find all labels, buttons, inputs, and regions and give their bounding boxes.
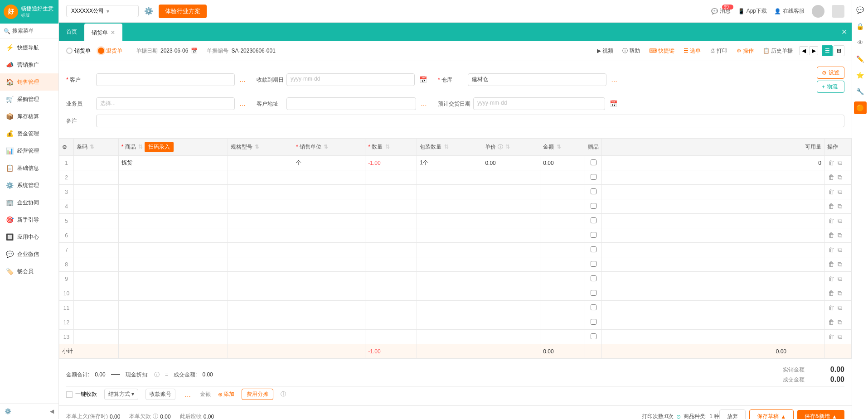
- copy-icon[interactable]: ⧉: [837, 159, 843, 166]
- cell-unit[interactable]: [293, 330, 365, 344]
- cell-barcode[interactable]: [74, 228, 119, 243]
- cell-packqty[interactable]: [417, 185, 482, 199]
- cell-packqty[interactable]: [417, 330, 482, 344]
- cell-barcode[interactable]: [74, 243, 119, 257]
- th-packqty-sort[interactable]: ⇅: [444, 144, 449, 150]
- th-settings[interactable]: ⚙: [59, 139, 74, 156]
- cell-spec[interactable]: [228, 228, 293, 243]
- expense-split-button[interactable]: 费用分摊: [242, 389, 273, 400]
- cell-barcode[interactable]: [74, 185, 119, 199]
- copy-icon[interactable]: ⧉: [837, 260, 843, 268]
- cell-amount[interactable]: [540, 228, 585, 243]
- copy-icon[interactable]: ⧉: [837, 217, 843, 224]
- cell-amount[interactable]: [540, 272, 585, 286]
- cell-product[interactable]: [118, 301, 228, 315]
- cell-spec[interactable]: [228, 301, 293, 315]
- delete-icon[interactable]: 🗑: [827, 304, 835, 311]
- settings-button[interactable]: ⚙ 设置: [817, 67, 844, 79]
- cell-spec[interactable]: [228, 315, 293, 330]
- sidebar-item-marketing[interactable]: 📣 营销推广: [0, 56, 58, 73]
- cell-spec[interactable]: [228, 156, 293, 170]
- cell-amount[interactable]: [540, 214, 585, 228]
- copy-icon[interactable]: ⧉: [837, 246, 843, 253]
- cell-amount[interactable]: [540, 170, 585, 185]
- save-draft-button[interactable]: 保存草稿 ▲: [749, 409, 794, 419]
- delete-icon[interactable]: 🗑: [827, 333, 835, 340]
- sidebar-item-sales[interactable]: 🏠 销售管理: [0, 73, 58, 91]
- cell-price[interactable]: [482, 214, 540, 228]
- cell-packqty[interactable]: [417, 199, 482, 214]
- customer-address-input[interactable]: [286, 97, 416, 110]
- cell-packqty[interactable]: [417, 301, 482, 315]
- action-shortcut[interactable]: ⌨ 快捷键: [646, 46, 677, 56]
- cell-barcode[interactable]: [74, 257, 119, 272]
- cell-barcode[interactable]: [74, 199, 119, 214]
- cell-barcode[interactable]: [74, 170, 119, 185]
- cell-gift[interactable]: [585, 156, 602, 170]
- cell-gift[interactable]: [585, 170, 602, 185]
- sidebar-item-inventory[interactable]: 📦 库存核算: [0, 108, 58, 125]
- sidebar-item-purchase[interactable]: 🛒 采购管理: [0, 91, 58, 108]
- warehouse-dots-icon[interactable]: …: [609, 76, 619, 83]
- cell-qty[interactable]: [365, 228, 417, 243]
- action-select[interactable]: ☰ 选单: [681, 46, 703, 56]
- rp-edit-btn[interactable]: ✏️: [854, 53, 867, 65]
- delete-icon[interactable]: 🗑: [827, 173, 835, 181]
- cell-unit[interactable]: [293, 257, 365, 272]
- view-list[interactable]: ☰: [822, 45, 833, 56]
- cell-spec[interactable]: [228, 243, 293, 257]
- cell-qty[interactable]: [365, 272, 417, 286]
- sidebar-collapse-icon[interactable]: ◀: [50, 408, 54, 414]
- customer-dots-icon[interactable]: …: [238, 76, 247, 83]
- cell-price[interactable]: [482, 228, 540, 243]
- cell-spec[interactable]: [228, 257, 293, 272]
- cell-barcode[interactable]: [74, 214, 119, 228]
- view-grid[interactable]: ⊞: [834, 45, 844, 56]
- cell-product[interactable]: [118, 185, 228, 199]
- cell-gift[interactable]: [585, 243, 602, 257]
- sidebar-search[interactable]: 🔍 搜索菜单: [0, 24, 58, 39]
- tab-sales-order[interactable]: 销货单 ✕: [84, 24, 122, 42]
- cell-price[interactable]: [482, 185, 540, 199]
- cell-price[interactable]: [482, 315, 540, 330]
- cell-unit[interactable]: [293, 214, 365, 228]
- cell-gift[interactable]: [585, 286, 602, 301]
- cell-packqty[interactable]: [417, 214, 482, 228]
- cell-barcode[interactable]: [74, 156, 119, 170]
- action-help[interactable]: ⓘ 帮助: [620, 46, 643, 56]
- salesperson-input[interactable]: 选择...: [96, 97, 235, 110]
- delete-icon[interactable]: 🗑: [827, 159, 835, 166]
- expense-info-icon[interactable]: ⓘ: [281, 390, 286, 398]
- delete-icon[interactable]: 🗑: [827, 289, 835, 297]
- cell-unit[interactable]: [293, 301, 365, 315]
- customer-input[interactable]: [96, 73, 235, 86]
- cell-product[interactable]: [118, 170, 228, 185]
- warehouse-input[interactable]: 建材仓: [468, 73, 606, 86]
- delete-icon[interactable]: 🗑: [827, 217, 835, 224]
- cell-packqty[interactable]: [417, 243, 482, 257]
- cell-price[interactable]: [482, 257, 540, 272]
- cell-gift[interactable]: [585, 228, 602, 243]
- cell-packqty[interactable]: [417, 170, 482, 185]
- cell-unit[interactable]: [293, 228, 365, 243]
- cell-packqty[interactable]: [417, 272, 482, 286]
- cell-price[interactable]: [482, 170, 540, 185]
- cell-spec[interactable]: [228, 214, 293, 228]
- discard-button[interactable]: 放弃: [719, 409, 746, 419]
- cell-amount[interactable]: [540, 315, 585, 330]
- cell-qty[interactable]: [365, 185, 417, 199]
- cell-spec[interactable]: [228, 330, 293, 344]
- account-select[interactable]: 收款账号: [145, 389, 175, 400]
- cell-gift[interactable]: [585, 330, 602, 344]
- rp-tool-btn[interactable]: 🔧: [854, 85, 867, 98]
- payment-due-calendar-icon[interactable]: 📅: [417, 76, 429, 83]
- cell-gift[interactable]: [585, 315, 602, 330]
- remarks-input[interactable]: [96, 115, 844, 127]
- cell-packqty[interactable]: [417, 315, 482, 330]
- th-qty-sort[interactable]: ⇅: [385, 144, 390, 150]
- rp-chat-btn[interactable]: 💬: [854, 4, 867, 16]
- price-info-icon[interactable]: ⓘ: [498, 144, 503, 150]
- cell-packqty[interactable]: [417, 286, 482, 301]
- cell-packqty[interactable]: 1个: [417, 156, 482, 170]
- delete-icon[interactable]: 🗑: [827, 188, 835, 195]
